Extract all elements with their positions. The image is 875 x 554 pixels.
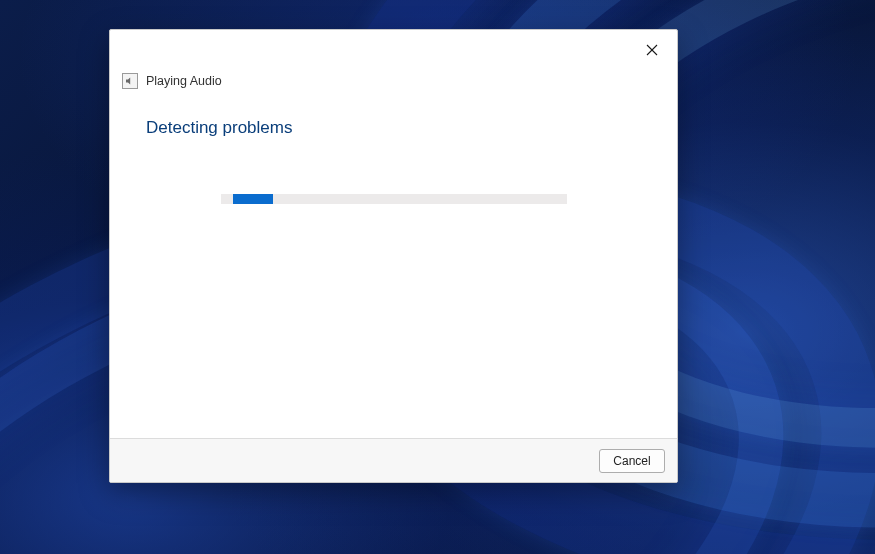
- progress-chunk: [233, 194, 273, 204]
- svg-marker-2: [126, 78, 130, 85]
- troubleshooter-name: Playing Audio: [146, 74, 222, 88]
- audio-icon: [122, 73, 138, 89]
- dialog-titlebar: [110, 30, 677, 70]
- dialog-content: Detecting problems: [110, 92, 677, 438]
- close-icon: [646, 44, 658, 56]
- dialog-footer: Cancel: [110, 438, 677, 482]
- dialog-header: Playing Audio: [110, 70, 677, 92]
- troubleshooter-dialog: Playing Audio Detecting problems Cancel: [109, 29, 678, 483]
- cancel-button[interactable]: Cancel: [599, 449, 665, 473]
- dialog-heading: Detecting problems: [146, 118, 641, 138]
- close-button[interactable]: [629, 34, 675, 66]
- progress-bar: [221, 194, 567, 204]
